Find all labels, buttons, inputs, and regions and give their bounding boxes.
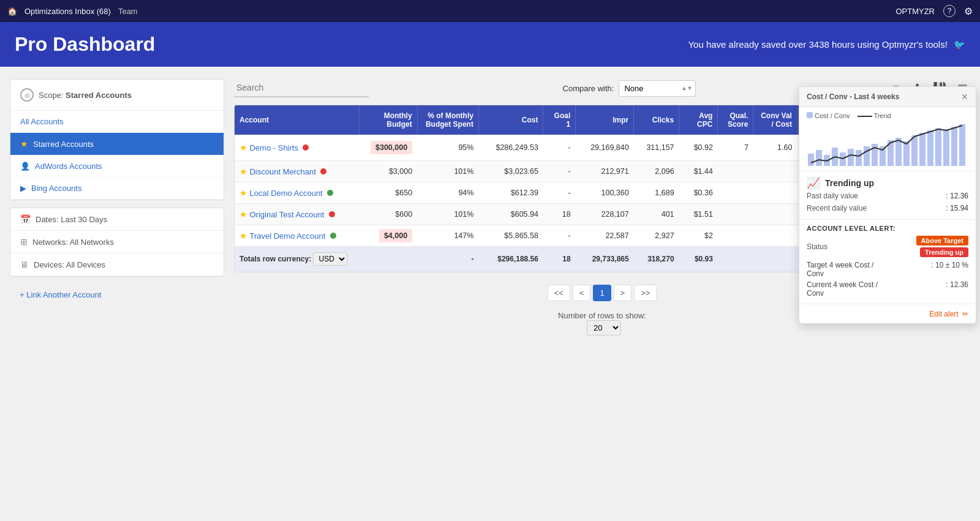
row-star-icon[interactable]: ★ — [239, 188, 247, 198]
popup-close-button[interactable]: ✕ — [961, 92, 968, 102]
sidebar-item-adwords[interactable]: 👤 AdWords Accounts — [10, 156, 224, 178]
account-link[interactable]: Travel Demo Account — [249, 231, 325, 241]
first-page-button[interactable]: << — [548, 285, 570, 301]
row-star-icon[interactable]: ★ — [239, 143, 247, 152]
col-clicks[interactable]: Clicks — [634, 105, 679, 135]
clicks-cell: 2,927 — [634, 225, 679, 247]
col-cost[interactable]: Cost — [478, 105, 543, 135]
edit-alert-link[interactable]: Edit alert ✏ — [929, 310, 968, 318]
compare-section: Compare with: None Previous Period Previ… — [563, 80, 696, 97]
trending-row: 📈 Trending up — [807, 176, 968, 190]
col-avg-cpc[interactable]: AvgCPC — [679, 105, 718, 135]
sidebar-item-bing[interactable]: ▶ Bing Accounts — [10, 178, 224, 200]
filter-dates[interactable]: 📅 Dates: Last 30 Days — [10, 208, 224, 231]
row-star-icon[interactable]: ★ — [239, 231, 247, 241]
budget-value: $300,000 — [371, 141, 412, 154]
current-value: : 12.36 — [946, 280, 968, 298]
col-goal[interactable]: Goal1 — [543, 105, 576, 135]
team-link[interactable]: Team — [118, 7, 138, 16]
rows-select[interactable]: 10 20 50 100 — [587, 320, 621, 335]
scope-row: ◎ Scope: Starred Accounts — [10, 80, 224, 111]
impr-cell: 29,169,840 — [576, 135, 634, 161]
compare-label: Compare with: — [563, 84, 614, 93]
app-title[interactable]: Optimizations Inbox (68) — [24, 7, 111, 16]
account-link[interactable]: Local Demo Account — [249, 189, 322, 198]
sidebar-item-all-accounts[interactable]: All Accounts — [10, 111, 224, 133]
search-input[interactable] — [234, 79, 369, 97]
status-label: Status — [807, 242, 827, 251]
settings-icon[interactable]: ⚙ — [964, 6, 973, 17]
conv-val-cost-cell: 1.60 — [753, 135, 797, 161]
col-monthly-budget[interactable]: MonthlyBudget — [359, 105, 417, 135]
status-dot-green — [330, 233, 336, 239]
totals-cost: $296,188.56 — [478, 247, 543, 272]
svg-rect-7 — [864, 146, 870, 166]
account-link[interactable]: Demo - Shirts — [249, 143, 298, 152]
rows-label: Number of rows to show: — [558, 311, 646, 320]
legend-trend-line — [858, 116, 872, 117]
goal-cell: - — [543, 135, 576, 161]
cost-cell: $3,023.65 — [478, 161, 543, 182]
col-conv-val-cost[interactable]: Conv Val/ Cost — [753, 105, 797, 135]
all-accounts-label: All Accounts — [20, 117, 64, 126]
help-icon[interactable]: ? — [943, 5, 956, 17]
user-label[interactable]: OPTMYZR — [895, 7, 935, 16]
svg-rect-5 — [848, 149, 854, 166]
conv-val-cost-cell — [753, 204, 797, 225]
account-link[interactable]: Original Test Account — [249, 210, 324, 219]
filters-box: 📅 Dates: Last 30 Days ⊞ Networks: All Ne… — [10, 208, 224, 277]
clicks-cell: 2,096 — [634, 161, 679, 182]
totals-goal: 18 — [543, 247, 576, 272]
current-page-button[interactable]: 1 — [593, 285, 611, 301]
row-star-icon[interactable]: ★ — [239, 209, 247, 219]
sidebar-item-starred-accounts[interactable]: ★ Starred Accounts — [10, 133, 224, 156]
filter-devices[interactable]: 🖥 Devices: All Devices — [10, 253, 224, 276]
last-page-button[interactable]: >> — [634, 285, 657, 301]
qual-score-cell — [718, 161, 753, 182]
past-daily-row: Past daily value : 12.36 — [807, 190, 968, 202]
popup-title: Cost / Conv - Last 4 weeks — [807, 92, 899, 101]
svg-rect-17 — [943, 129, 949, 166]
budget-cell: $650 — [359, 182, 417, 204]
status-dot-red — [329, 211, 335, 217]
pct-budget-cell: 101% — [417, 204, 478, 225]
pct-budget-cell: 101% — [417, 161, 478, 182]
currency-select[interactable]: USD EUR — [313, 252, 347, 266]
svg-rect-16 — [935, 128, 941, 166]
past-daily-label: Past daily value — [807, 192, 858, 200]
budget-cell: $4,000 — [359, 225, 417, 247]
qual-score-cell: 7 — [718, 135, 753, 161]
cost-cell: $605.94 — [478, 204, 543, 225]
trending-icon: 📈 — [807, 176, 820, 190]
qual-score-cell — [718, 204, 753, 225]
trending-label: Trending up — [825, 178, 874, 188]
compare-select[interactable]: None Previous Period Previous Year — [619, 80, 696, 97]
target-value: : 10 ± 10 % — [931, 261, 968, 278]
legend-bar-dot — [807, 112, 813, 118]
row-star-icon[interactable]: ★ — [239, 167, 247, 176]
svg-rect-12 — [903, 141, 910, 166]
col-qual-score[interactable]: Qual.Score — [718, 105, 753, 135]
twitter-icon[interactable]: 🐦 — [954, 39, 965, 50]
popup-trending-section: 📈 Trending up Past daily value : 12.36 R… — [799, 171, 976, 219]
conv-val-cost-cell — [753, 225, 797, 247]
col-pct-budget[interactable]: % of MonthlyBudget Spent — [417, 105, 478, 135]
totals-conv-val — [753, 247, 797, 272]
col-impr[interactable]: Impr — [576, 105, 634, 135]
scope-box: ◎ Scope: Starred Accounts All Accounts ★… — [10, 79, 224, 200]
filter-networks[interactable]: ⊞ Networks: All Networks — [10, 231, 224, 253]
link-account[interactable]: + Link Another Account — [10, 284, 224, 305]
networks-filter-label: Networks: All Networks — [32, 238, 114, 247]
next-page-button[interactable]: > — [614, 285, 632, 301]
status-dot-red — [303, 144, 309, 151]
prev-page-button[interactable]: < — [573, 285, 591, 301]
impr-cell: 212,971 — [576, 161, 634, 182]
totals-impr: 29,733,865 — [576, 247, 634, 272]
impr-cell: 228,107 — [576, 204, 634, 225]
avg-cpc-cell: $0.36 — [679, 182, 718, 204]
account-cell: ★ Discount Merchant — [235, 161, 359, 182]
sidebar: ◎ Scope: Starred Accounts All Accounts ★… — [10, 79, 224, 335]
legend-trend: Trend — [858, 112, 891, 119]
clicks-cell: 1,689 — [634, 182, 679, 204]
account-link[interactable]: Discount Merchant — [249, 167, 315, 176]
